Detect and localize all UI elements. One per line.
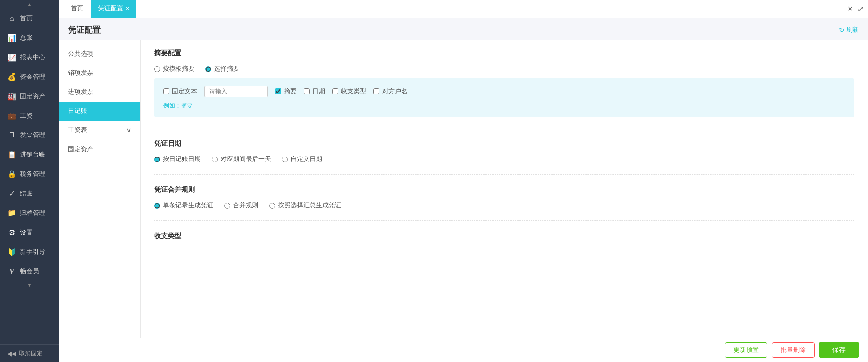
checkbox-fixed-text-label[interactable]: 固定文本: [163, 88, 197, 96]
sidebar-item-fund[interactable]: 💰 资金管理: [0, 67, 59, 87]
checkbox-counterpart-label[interactable]: 对方户名: [373, 88, 407, 96]
sidebar-item-label: 结账: [20, 190, 33, 198]
left-nav-journal[interactable]: 日记账: [59, 102, 140, 121]
left-nav-public[interactable]: 公共选项: [59, 44, 140, 64]
checkbox-counterpart-text: 对方户名: [382, 88, 407, 96]
left-nav-fixed-asset-label: 固定资产: [68, 145, 93, 153]
sidebar: ▲ ⌂ 首页 📊 总账 📈 报表中心 💰 资金管理 🏭 固定资产 💼 工资 🗒 …: [0, 0, 59, 362]
sidebar-item-purchase[interactable]: 📋 进销台账: [0, 145, 59, 164]
payroll-expand-icon: ∨: [126, 127, 131, 134]
sidebar-scroll-up[interactable]: ▲: [0, 0, 59, 9]
sidebar-item-label: 发票管理: [20, 131, 45, 139]
save-button[interactable]: 保存: [819, 342, 859, 358]
salary-icon: 💼: [7, 112, 16, 120]
checkbox-income-type-label[interactable]: 收支类型: [332, 88, 366, 96]
merge-option3[interactable]: [269, 203, 275, 209]
voucher-date-option3[interactable]: [282, 157, 288, 162]
left-nav: 公共选项 销项发票 进项发票 日记账 工资表 ∨ 固定资产: [59, 40, 141, 338]
footer-bar: 更新预置 批量删除 保存: [59, 338, 868, 362]
merge-rules-radio-group: 单条记录生成凭证 合并规则 按照选择汇总生成凭证: [154, 201, 854, 210]
refresh-button[interactable]: ↻ 刷新: [839, 26, 859, 34]
settings-icon: ⚙: [7, 228, 16, 237]
tab-close-icon[interactable]: ×: [126, 5, 129, 12]
main-area: 首页 凭证配置 × ✕ ⤢ 凭证配置 ↻ 刷新 公共选项 销项发票: [59, 0, 868, 362]
sidebar-item-label: 畅会员: [20, 267, 39, 275]
left-nav-fixed-asset[interactable]: 固定资产: [59, 140, 140, 159]
sidebar-item-guide[interactable]: 🔰 新手引导: [0, 242, 59, 262]
example-text: 例如：摘要: [163, 102, 193, 109]
sidebar-scroll-down[interactable]: ▼: [0, 281, 59, 290]
voucher-date-option3-label[interactable]: 自定义日期: [282, 155, 322, 163]
merge-option1[interactable]: [154, 203, 160, 209]
checkbox-income-type-text: 收支类型: [341, 88, 366, 96]
voucher-date-option1[interactable]: [154, 157, 160, 162]
tab-home[interactable]: 首页: [63, 0, 91, 18]
summary-config-section: 摘要配置 按模板摘要 选择摘要: [154, 49, 854, 128]
sidebar-item-salary[interactable]: 💼 工资: [0, 106, 59, 126]
merge-rules-title: 凭证合并规则: [154, 186, 854, 194]
tab-voucher[interactable]: 凭证配置 ×: [91, 0, 136, 18]
checkbox-abstract[interactable]: [275, 88, 281, 94]
checkbox-fixed-text[interactable]: [163, 88, 169, 94]
tab-home-label: 首页: [71, 5, 83, 13]
page-title: 凭证配置: [68, 24, 101, 35]
voucher-date-option2-label[interactable]: 对应期间最后一天: [212, 155, 271, 163]
merge-option3-label[interactable]: 按照选择汇总生成凭证: [269, 201, 341, 210]
refresh-icon: ↻: [839, 26, 844, 34]
merge-option2-text: 合并规则: [233, 201, 258, 210]
left-nav-purchase-invoice[interactable]: 进项发票: [59, 83, 140, 102]
merge-option1-label[interactable]: 单条记录生成凭证: [154, 201, 213, 210]
sidebar-item-settings[interactable]: ⚙ 设置: [0, 223, 59, 242]
income-type-title: 收支类型: [154, 232, 854, 240]
sidebar-item-invoice[interactable]: 🗒 发票管理: [0, 126, 59, 145]
checkbox-date[interactable]: [304, 88, 310, 94]
merge-option1-text: 单条记录生成凭证: [163, 201, 213, 210]
checkbox-abstract-label[interactable]: 摘要: [275, 88, 296, 96]
left-nav-sales-invoice[interactable]: 销项发票: [59, 64, 140, 83]
merge-rules-section: 凭证合并规则 单条记录生成凭证 合并规则 按照选择汇总生成凭证: [154, 186, 854, 221]
merge-option3-text: 按照选择汇总生成凭证: [278, 201, 341, 210]
merge-option2-label[interactable]: 合并规则: [224, 201, 258, 210]
voucher-date-option1-text: 按日记账日期: [163, 155, 201, 163]
sidebar-item-home[interactable]: ⌂ 首页: [0, 9, 59, 28]
radio-template[interactable]: [154, 66, 160, 72]
refresh-label: 刷新: [846, 26, 859, 34]
tab-voucher-label: 凭证配置: [98, 5, 123, 13]
radio-template-label[interactable]: 按模板摘要: [154, 65, 194, 73]
radio-template-text: 按模板摘要: [163, 65, 194, 73]
update-preset-button[interactable]: 更新预置: [725, 342, 767, 358]
sidebar-item-tax[interactable]: 🔒 税务管理: [0, 164, 59, 184]
checkbox-counterpart[interactable]: [373, 88, 379, 94]
checkbox-date-label[interactable]: 日期: [304, 88, 325, 96]
tax-icon: 🔒: [7, 170, 16, 178]
sidebar-item-report[interactable]: 📈 报表中心: [0, 48, 59, 67]
sidebar-item-label: 进销台账: [20, 151, 45, 159]
left-nav-payroll[interactable]: 工资表 ∨: [59, 121, 140, 140]
fixed-text-input[interactable]: [204, 86, 268, 97]
sidebar-item-label: 新手引导: [20, 248, 45, 256]
sidebar-unpin-button[interactable]: ◀◀ 取消固定: [0, 344, 59, 362]
fund-icon: 💰: [7, 73, 16, 81]
example-row: 例如：摘要: [163, 102, 845, 110]
merge-option2[interactable]: [224, 203, 230, 209]
voucher-date-title: 凭证日期: [154, 139, 854, 148]
checkbox-abstract-text: 摘要: [284, 88, 296, 96]
window-close-icon[interactable]: ✕: [847, 5, 853, 13]
invoice-icon: 🗒: [7, 131, 16, 139]
window-restore-icon[interactable]: ⤢: [858, 5, 863, 13]
archive-icon: 📁: [7, 209, 16, 217]
sidebar-item-member[interactable]: V 畅会员: [0, 262, 59, 281]
sidebar-item-label: 报表中心: [20, 54, 45, 62]
voucher-date-option2-text: 对应期间最后一天: [220, 155, 271, 163]
voucher-date-option2[interactable]: [212, 157, 218, 162]
sidebar-item-close[interactable]: ✓ 结账: [0, 184, 59, 203]
batch-delete-button[interactable]: 批量删除: [772, 342, 815, 358]
sidebar-item-asset[interactable]: 🏭 固定资产: [0, 87, 59, 106]
radio-select-label[interactable]: 选择摘要: [205, 65, 239, 73]
radio-select[interactable]: [205, 66, 211, 72]
sidebar-item-ledger[interactable]: 📊 总账: [0, 28, 59, 48]
sidebar-item-archive[interactable]: 📁 归档管理: [0, 203, 59, 223]
voucher-date-option1-label[interactable]: 按日记账日期: [154, 155, 201, 163]
checkbox-income-type[interactable]: [332, 88, 338, 94]
pin-icon: ◀◀: [7, 350, 16, 357]
